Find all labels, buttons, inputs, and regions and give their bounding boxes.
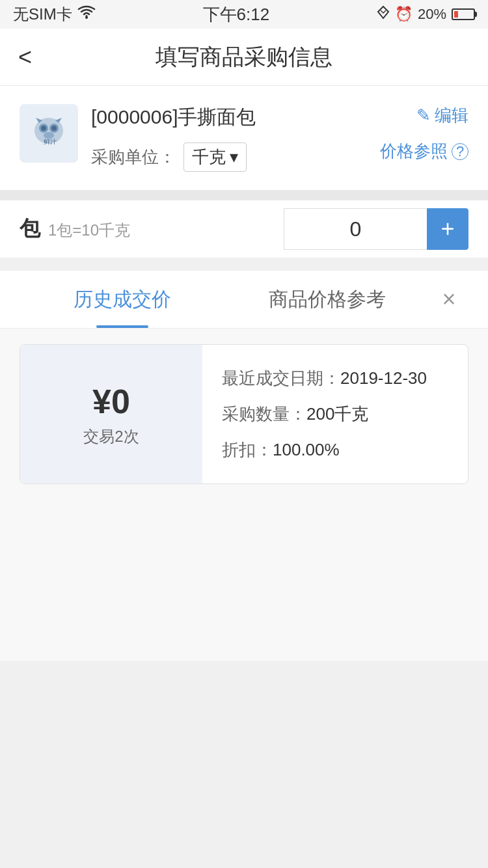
tab-close-button[interactable]: × bbox=[429, 280, 468, 319]
quantity-label: 采购数量： bbox=[222, 404, 306, 424]
status-right-group: ⏰ 20% bbox=[377, 5, 475, 23]
alarm-icon: ⏰ bbox=[395, 6, 413, 23]
wifi-icon bbox=[77, 5, 96, 23]
svg-point-4 bbox=[41, 126, 46, 131]
close-icon: × bbox=[442, 286, 455, 313]
discount-value: 100.00% bbox=[273, 440, 340, 459]
quantity-input[interactable] bbox=[284, 208, 427, 250]
svg-text:鲜汁: 鲜汁 bbox=[44, 138, 57, 145]
quantity-unit-label: 包 bbox=[20, 215, 40, 243]
price-ref-label: 价格参照 bbox=[380, 140, 448, 163]
quantity-plus-button[interactable]: + bbox=[427, 208, 468, 250]
page-title: 填写商品采购信息 bbox=[156, 42, 332, 72]
quantity-row: 包 1包=10千克 + bbox=[0, 200, 488, 258]
product-thumbnail: 鲜汁 bbox=[20, 104, 78, 163]
product-actions: ✎ 编辑 价格参照 ? bbox=[380, 104, 468, 163]
status-time: 下午6:12 bbox=[203, 3, 270, 26]
help-icon: ? bbox=[452, 143, 468, 160]
svg-point-0 bbox=[85, 16, 88, 19]
product-left-section: 鲜汁 [0000006]手撕面包 采购单位： 千克 ▾ bbox=[20, 104, 256, 172]
amount-value: 0 bbox=[111, 383, 130, 420]
quantity-detail-value: 200千克 bbox=[306, 404, 368, 424]
purchase-qty-row: 采购数量：200千克 bbox=[222, 401, 448, 427]
unit-row: 采购单位： 千克 ▾ bbox=[91, 142, 256, 172]
back-button[interactable]: < bbox=[18, 44, 32, 71]
discount-row: 折扣：100.00% bbox=[222, 437, 448, 463]
section-divider bbox=[0, 190, 488, 200]
price-card: ¥0 交易2次 最近成交日期：2019-12-30 采购数量：200千克 折扣：… bbox=[20, 344, 468, 484]
recent-date-row: 最近成交日期：2019-12-30 bbox=[222, 366, 448, 391]
unit-label: 采购单位： bbox=[91, 146, 176, 169]
plus-icon: + bbox=[441, 215, 454, 243]
tab-product-price-ref[interactable]: 商品价格参考 bbox=[224, 271, 429, 328]
tab1-label: 历史成交价 bbox=[74, 286, 171, 313]
battery-icon bbox=[452, 8, 475, 20]
price-amount-display: ¥0 bbox=[92, 382, 130, 421]
dropdown-arrow-icon: ▾ bbox=[230, 147, 238, 167]
unit-value: 千克 bbox=[192, 146, 226, 169]
edit-label: 编辑 bbox=[435, 104, 468, 127]
location-icon bbox=[377, 5, 390, 23]
product-logo-icon: 鲜汁 bbox=[29, 113, 68, 154]
edit-icon: ✎ bbox=[416, 105, 431, 126]
discount-label: 折扣： bbox=[222, 440, 273, 459]
price-card-left: ¥0 交易2次 bbox=[20, 345, 202, 483]
page-header: < 填写商品采购信息 bbox=[0, 29, 488, 86]
product-card: 鲜汁 [0000006]手撕面包 采购单位： 千克 ▾ ✎ 编辑 bbox=[0, 86, 488, 190]
unit-select-dropdown[interactable]: 千克 ▾ bbox=[183, 142, 247, 172]
product-top-row: 鲜汁 [0000006]手撕面包 采购单位： 千克 ▾ ✎ 编辑 bbox=[20, 104, 468, 172]
battery-percent: 20% bbox=[418, 6, 446, 23]
tab-underline bbox=[96, 325, 148, 328]
recent-date-label: 最近成交日期： bbox=[222, 368, 340, 388]
svg-point-5 bbox=[51, 126, 57, 131]
carrier-text: 无SIM卡 bbox=[13, 4, 72, 25]
price-card-right: 最近成交日期：2019-12-30 采购数量：200千克 折扣：100.00% bbox=[202, 345, 468, 483]
product-name: [0000006]手撕面包 bbox=[91, 104, 256, 131]
transaction-count: 交易2次 bbox=[83, 426, 139, 447]
main-content: 历史成交价 商品价格参考 × ¥0 交易2次 最近成交日期：2019-12-30 bbox=[0, 271, 488, 661]
product-info-section: [0000006]手撕面包 采购单位： 千克 ▾ bbox=[91, 104, 256, 172]
recent-date-value: 2019-12-30 bbox=[340, 368, 427, 388]
quantity-conversion-text: 1包=10千克 bbox=[48, 220, 130, 241]
tab-history-price[interactable]: 历史成交价 bbox=[20, 271, 224, 328]
currency-symbol: ¥ bbox=[92, 383, 111, 420]
price-ref-button[interactable]: 价格参照 ? bbox=[380, 140, 468, 163]
tab2-label: 商品价格参考 bbox=[269, 286, 386, 313]
status-carrier: 无SIM卡 bbox=[13, 4, 96, 25]
price-tabs: 历史成交价 商品价格参考 × bbox=[0, 271, 488, 329]
status-bar: 无SIM卡 下午6:12 ⏰ 20% bbox=[0, 0, 488, 29]
price-card-section: ¥0 交易2次 最近成交日期：2019-12-30 采购数量：200千克 折扣：… bbox=[0, 329, 488, 500]
quantity-input-group: + bbox=[284, 208, 468, 250]
back-icon: < bbox=[18, 44, 32, 71]
edit-button[interactable]: ✎ 编辑 bbox=[416, 104, 468, 127]
quantity-label-group: 包 1包=10千克 bbox=[20, 215, 130, 243]
